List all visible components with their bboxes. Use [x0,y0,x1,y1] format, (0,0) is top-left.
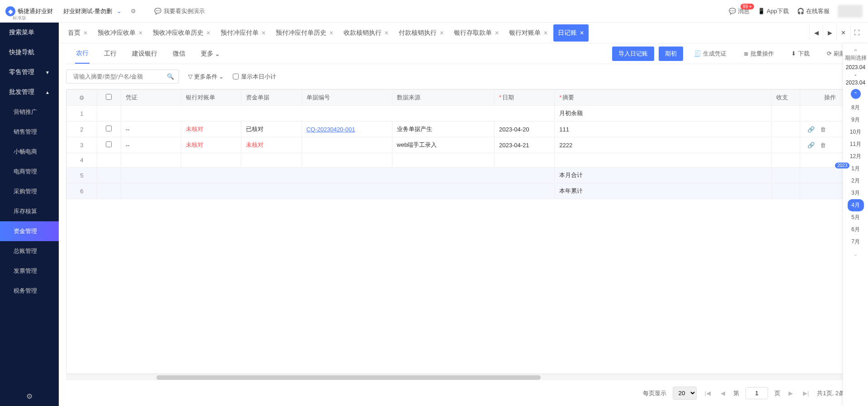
tab[interactable]: 预付冲应付单✕ [216,24,270,42]
sidebar-item[interactable]: 发票管理 [0,261,59,281]
settings-icon[interactable]: ⚙ [131,8,136,14]
per-page-select[interactable]: 20 [673,387,697,400]
sidebar-item[interactable]: 库存核算 [0,201,59,221]
more-filters-button[interactable]: ▽ 更多条件 ⌄ [188,73,224,81]
bank-tab[interactable]: 工行 [103,44,118,63]
org-selector[interactable]: 好业财测试-量勿删 ⌄ [63,7,122,15]
period-scroll-down-button[interactable]: ⌄ [853,251,858,257]
brand-edition: 标准版 [13,15,26,21]
close-icon[interactable]: ✕ [543,30,548,36]
close-icon[interactable]: ✕ [580,30,584,36]
doc-no-link[interactable]: CQ-20230420-001 [307,126,355,133]
demo-link[interactable]: 💬 我要看实例演示 [154,7,205,15]
messages-button[interactable]: 💬 消息 99 + [729,7,750,15]
tab[interactable]: 银行存取款单✕ [449,24,504,42]
page-input[interactable] [745,387,768,399]
period-month[interactable]: 11月 [843,138,868,150]
download-button[interactable]: ⬇下载 [785,47,816,61]
row-checkbox[interactable] [106,141,112,147]
tab[interactable]: 预付冲应付单历史✕ [271,24,338,42]
app-download-button[interactable]: 📱 App下载 [758,7,789,15]
sidebar-item[interactable]: 电商管理 [0,162,59,182]
sidebar-item[interactable]: 批发管理▲ [0,82,59,102]
refresh-icon: ⟳ [827,50,832,57]
sidebar-item[interactable]: 小畅电商 [0,142,59,162]
period-month[interactable]: 8月 [843,102,868,114]
bank-stmt-status[interactable]: 未核对 [186,141,203,148]
customer-service-button[interactable]: 🎧 在线客服 [797,7,830,15]
close-icon[interactable]: ✕ [83,30,88,36]
sidebar-item[interactable]: 资金管理 [0,221,59,241]
period-month[interactable]: 10月 [843,126,868,138]
last-page-button[interactable]: ▶| [801,390,811,397]
delete-icon[interactable]: 🗑 [820,142,826,149]
sidebar-item[interactable]: 零售管理▼ [0,62,59,82]
sidebar-item[interactable]: 快捷导航 [0,42,59,62]
select-all-checkbox[interactable] [97,90,121,106]
headset-icon: 🎧 [797,8,804,14]
table-row: 5本月合计 [67,168,860,183]
period-collapse-button[interactable]: « [854,47,857,52]
period-month[interactable]: 2月 [843,175,868,187]
phone-icon: 📱 [758,8,765,14]
first-page-button[interactable]: |◀ [703,390,712,397]
period-scroll-up-button[interactable]: ⌃ [851,89,861,99]
bank-tab[interactable]: 微信 [172,44,186,63]
prev-page-button[interactable]: ◀ [719,390,727,397]
period-range[interactable]: 2023.04-2023.04 [846,64,865,86]
col-bank-stmt: 银行对账单 [181,90,241,106]
period-init-button[interactable]: 期初 [659,47,683,61]
settings-column[interactable]: ⚙ [67,90,97,106]
search-icon[interactable]: 🔍 [167,73,174,80]
tab[interactable]: 预收冲应收单历史✕ [148,24,215,42]
fund-doc-status[interactable]: 未核对 [246,141,264,148]
fullscreen-button[interactable]: ⛶ [850,25,863,41]
import-journal-button[interactable]: 导入日记账 [612,47,654,61]
sidebar-item[interactable]: 总账管理 [0,241,59,261]
close-icon[interactable]: ✕ [261,30,266,36]
period-month[interactable]: 6月 [843,224,868,236]
row-checkbox[interactable] [106,126,112,131]
tab[interactable]: 首页✕ [63,24,92,42]
tab[interactable]: 收款核销执行✕ [339,24,393,42]
close-icon[interactable]: ✕ [206,30,211,36]
period-month[interactable]: 12月 [843,150,868,163]
period-month[interactable]: 5月 [843,211,868,224]
bank-tab[interactable]: 农行 [75,44,90,64]
show-daily-subtotal-checkbox[interactable]: 显示本日小计 [233,73,276,81]
search-input[interactable] [71,71,167,82]
sidebar-item[interactable]: 税务管理 [0,281,59,301]
sidebar-settings-icon[interactable]: ⚙ [26,392,33,401]
sidebar-item[interactable]: 搜索菜单 [0,23,59,42]
tab[interactable]: 日记账✕ [553,24,589,42]
close-icon[interactable]: ✕ [384,30,389,36]
tab[interactable]: 银行对账单✕ [505,24,552,42]
link-icon[interactable]: 🔗 [807,126,815,133]
period-month[interactable]: 9月 [843,114,868,126]
bank-stmt-status[interactable]: 未核对 [186,126,203,132]
close-icon[interactable]: ✕ [138,30,143,36]
sidebar-item[interactable]: 营销推广 [0,102,59,122]
period-month[interactable]: 7月 [843,236,868,248]
tab[interactable]: 付款核销执行✕ [394,24,448,42]
sidebar-item[interactable]: 采购管理 [0,182,59,201]
horizontal-scrollbar[interactable] [66,374,861,380]
next-page-button[interactable]: ▶ [787,390,795,397]
tab-prev-button[interactable]: ◀ [809,25,823,41]
delete-icon[interactable]: 🗑 [820,126,826,133]
generate-voucher-button[interactable]: 🧾生成凭证 [688,47,733,61]
link-icon[interactable]: 🔗 [807,142,815,149]
bank-tab[interactable]: 更多⌄ [200,44,221,63]
tab-next-button[interactable]: ▶ [823,25,836,41]
bank-tab[interactable]: 建设银行 [131,44,158,63]
period-month[interactable]: 4月 [848,199,864,211]
close-icon[interactable]: ✕ [495,30,499,36]
period-month[interactable]: 3月 [843,187,868,199]
close-icon[interactable]: ✕ [329,30,334,36]
batch-operation-button[interactable]: ≣批量操作 [737,47,780,61]
tab[interactable]: 预收冲应收单✕ [93,24,147,42]
sidebar-item[interactable]: 销售管理 [0,122,59,142]
tab-close-all-button[interactable]: ✕ [836,25,850,41]
avatar[interactable] [838,5,863,18]
close-icon[interactable]: ✕ [439,30,444,36]
